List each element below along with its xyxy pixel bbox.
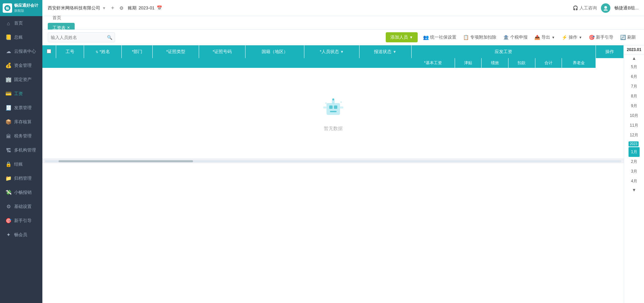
sidebar-icon-expense: 💸 — [5, 189, 11, 196]
sidebar-item-invoice[interactable]: 🧾 发票管理 — [0, 101, 42, 115]
toolbar-actions: 👥 统一社保设置 📋 专项附加扣除 🏦 个税申报 📤 导出 ▼ ⚡ 操作 ▼ 🎯… — [420, 33, 639, 42]
table-container: 工号⇅ *姓名*部门*证照类型*证照号码国籍（地区）*人员状态 ▼报送状态 ▼应… — [42, 45, 624, 303]
sidebar-label-archive: 归档管理 — [14, 175, 32, 181]
month-6月[interactable]: 6月 — [629, 72, 640, 82]
toolbar-right: 添加人员 ▼ 👥 统一社保设置 📋 专项附加扣除 🏦 个税申报 📤 导出 ▼ ⚡… — [386, 32, 639, 42]
sidebar-label-settings: 基础设置 — [14, 204, 32, 210]
action-refresh[interactable]: 🔄 刷新 — [617, 33, 639, 42]
scroll-area[interactable] — [42, 159, 624, 163]
company-selector[interactable]: 西安虾米网络科技有限公司 ▼ — [48, 5, 106, 11]
month-4月[interactable]: 4月 — [629, 176, 640, 186]
sidebar-item-fixed-assets[interactable]: 🏢 固定资产 — [0, 73, 42, 87]
scroll-track — [45, 160, 621, 162]
sidebar-label-home: 首页 — [14, 20, 23, 26]
action-icon-special-deduction: 📋 — [463, 35, 469, 40]
sidebar-icon-ledger: 📒 — [5, 34, 11, 40]
add-company-button[interactable]: ＋ — [110, 4, 115, 11]
sidebar-icon-fund: 💰 — [5, 62, 11, 69]
month-9月[interactable]: 9月 — [629, 101, 640, 111]
service-label: 人工咨询 — [579, 5, 597, 11]
month-7月[interactable]: 7月 — [629, 82, 640, 91]
sidebar-icon-salary: 💳 — [5, 91, 11, 97]
sidebar-item-tax[interactable]: 🏛 税务管理 — [0, 129, 42, 143]
search-icon: 🔍 — [107, 35, 112, 40]
sidebar-item-multi-org[interactable]: 🏗 多机构管理 — [0, 143, 42, 157]
action-guide[interactable]: 🎯 新手引导 — [586, 33, 616, 42]
sidebar-item-close[interactable]: 🔒 结账 — [0, 157, 42, 171]
sidebar-item-inventory[interactable]: 📦 库存核算 — [0, 115, 42, 129]
action-export[interactable]: 📤 导出 ▼ — [532, 33, 558, 42]
current-month[interactable]: 1月 — [629, 147, 640, 157]
sidebar-label-salary: 工资 — [14, 91, 23, 97]
sidebar-item-home[interactable]: ⌂ 首页 — [0, 16, 42, 30]
svg-text:畅: 畅 — [6, 6, 9, 10]
period-value: 2023-01 — [139, 5, 155, 10]
add-person-button[interactable]: 添加人员 ▼ — [386, 32, 418, 42]
sidebar-icon-archive: 📁 — [5, 175, 11, 181]
action-label-personal-tax: 个税申报 — [510, 34, 528, 40]
sidebar-logo: 畅 畅应通好会计 旗舰版 — [0, 0, 42, 16]
sidebar-label-ledger: 总账 — [14, 34, 23, 40]
topbar-right: 🎧 人工咨询 畅捷通B组... — [573, 3, 639, 13]
month-11月[interactable]: 11月 — [629, 121, 640, 130]
month-3月[interactable]: 3月 — [629, 167, 640, 176]
username: 畅捷通B组... — [614, 5, 639, 11]
year-down-nav[interactable]: ▼ — [624, 186, 644, 194]
sidebar-item-salary[interactable]: 💳 工资 — [0, 87, 42, 101]
empty-text: 暂无数据 — [324, 126, 343, 132]
month-12月[interactable]: 12月 — [629, 130, 640, 140]
col-total: 合计 — [535, 58, 562, 68]
sidebar-item-expense[interactable]: 💸 小畅报销 — [0, 185, 42, 200]
year-up-nav[interactable]: ▲ — [624, 54, 644, 62]
th-cert-no: *证照号码 — [199, 45, 245, 58]
sidebar-label-member: 畅会员 — [14, 232, 27, 238]
col-header-country: 国籍（地区） — [262, 49, 288, 54]
salary-table: 工号⇅ *姓名*部门*证照类型*证照号码国籍（地区）*人员状态 ▼报送状态 ▼应… — [42, 45, 624, 68]
select-all-checkbox[interactable] — [47, 49, 51, 53]
col-allowance: 津贴 — [455, 58, 482, 68]
sidebar-label-fund: 资金管理 — [14, 62, 32, 69]
sidebar-item-member[interactable]: ✦ 畅会员 — [0, 228, 42, 242]
action-icon-refresh: 🔄 — [620, 35, 626, 40]
sidebar-label-fixed-assets: 固定资产 — [14, 77, 32, 83]
month-8月[interactable]: 8月 — [629, 91, 640, 101]
sort-arrows-name: ⇅ — [96, 50, 98, 54]
sidebar: 畅 畅应通好会计 旗舰版 ⌂ 首页 📒 总账 ☁ 云报表中心 💰 资金管理 🏢 … — [0, 0, 42, 303]
col-header-cert-type: *证照类型 — [166, 49, 185, 54]
sidebar-item-settings[interactable]: ⚙ 基础设置 — [0, 200, 42, 214]
action-icon-social-security: 👥 — [423, 35, 429, 40]
sidebar-icon-inventory: 📦 — [5, 119, 11, 125]
svg-text:❄: ❄ — [325, 102, 327, 105]
col-header-name: ⇅ *姓名 — [96, 49, 110, 54]
month-5月[interactable]: 5月 — [629, 62, 640, 72]
sidebar-label-inventory: 库存核算 — [14, 119, 32, 125]
month-10月[interactable]: 10月 — [629, 111, 640, 121]
tab-home[interactable]: 首页 — [48, 13, 75, 23]
action-special-deduction[interactable]: 📋 专项附加扣除 — [460, 33, 499, 42]
settings-icon[interactable]: ⚙ — [119, 5, 124, 11]
action-dropdown-export: ▼ — [552, 36, 555, 39]
topbar: 西安虾米网络科技有限公司 ▼ ＋ ⚙ 账期 2023-01 📅 🎧 人工咨询 畅… — [42, 0, 644, 16]
service-button[interactable]: 🎧 人工咨询 — [573, 5, 597, 11]
headset-icon: 🎧 — [573, 5, 578, 10]
sidebar-item-fund[interactable]: 💰 资金管理 — [0, 58, 42, 73]
svg-rect-4 — [327, 103, 340, 115]
action-operation[interactable]: ⚡ 操作 ▼ — [559, 33, 585, 42]
month-2月[interactable]: 2月 — [629, 157, 640, 167]
search-input[interactable] — [48, 32, 115, 42]
action-social-security[interactable]: 👥 统一社保设置 — [420, 33, 459, 42]
filter-icon-report-status[interactable]: ▼ — [393, 50, 396, 54]
filter-icon-person-status[interactable]: ▼ — [340, 50, 344, 54]
toolbar: 🔍 添加人员 ▼ 👥 统一社保设置 📋 专项附加扣除 🏦 个税申报 📤 导出 ▼… — [42, 30, 644, 45]
col-pension: 养老金 — [562, 58, 596, 68]
sidebar-item-archive[interactable]: 📁 归档管理 — [0, 171, 42, 185]
sidebar-item-ledger[interactable]: 📒 总账 — [0, 30, 42, 44]
app-title: 畅应通好会计 — [14, 3, 38, 8]
action-icon-personal-tax: 🏦 — [503, 35, 509, 40]
sidebar-label-guide: 新手引导 — [14, 218, 32, 224]
sidebar-item-guide[interactable]: 🎯 新手引导 — [0, 214, 42, 228]
action-personal-tax[interactable]: 🏦 个税申报 — [500, 33, 530, 42]
sidebar-item-cloud-report[interactable]: ☁ 云报表中心 — [0, 44, 42, 58]
avatar — [601, 3, 610, 13]
calendar-icon[interactable]: 📅 — [157, 5, 162, 10]
